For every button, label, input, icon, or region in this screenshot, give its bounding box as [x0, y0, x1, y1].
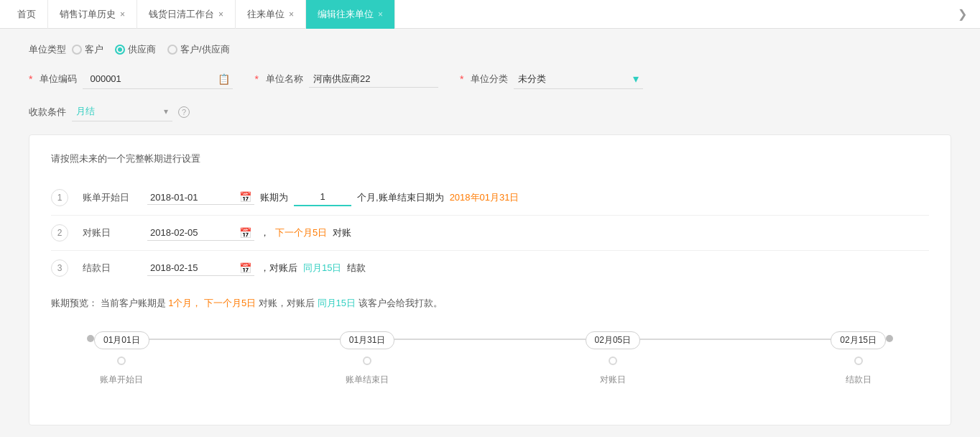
unit-name-star: * [254, 73, 258, 85]
unit-type-field: 单位类型 客户 供应商 客户/供应商 [29, 43, 230, 56]
step3-highlight: 同月15日 [303, 262, 341, 275]
preview-section: 账期预览： 当前客户账期是 1个月， 下一个月5日 对账，对账后 同月15日 该… [51, 285, 929, 324]
step1-period-input[interactable] [294, 188, 351, 206]
unit-code-icon[interactable]: 📋 [218, 73, 230, 85]
step-num-1: 1 [51, 189, 68, 206]
unit-category-arrow: ▾ [633, 72, 639, 86]
unit-type-radio-group: 客户 供应商 客户/供应商 [72, 43, 230, 56]
radio-supplier-circle [115, 45, 125, 55]
preview-text3: 对账，对账后 [259, 298, 315, 308]
tab-home-label: 首页 [17, 8, 36, 21]
timeline-label-1: 账单开始日 [100, 374, 143, 386]
tab-edit-partner[interactable]: 编辑往来单位 × [306, 0, 395, 29]
step2-prefix: ， [260, 226, 269, 239]
payment-terms-row: 收款条件 月结 ▾ ? [29, 102, 951, 121]
unit-category-value: 未分类 [518, 73, 630, 86]
step-content-1: 📅 账期为 个月,账单结束日期为 2018年01月31日 [147, 188, 929, 206]
preview-highlight2: 同月15日 [318, 298, 356, 308]
tab-cash-clearing-close[interactable]: × [218, 9, 223, 19]
step-label-2: 对账日 [83, 226, 133, 239]
step3-calendar-icon[interactable]: 📅 [239, 262, 251, 274]
unit-category-field: * 单位分类 未分类 ▾ [460, 69, 643, 89]
timeline-dot-4 [854, 356, 863, 365]
tabs-bar: 首页 销售订单历史 × 钱货日清工作台 × 往来单位 × 编辑往来单位 × ❯ [0, 0, 980, 29]
timeline-pill-1: 01月01日 [94, 331, 149, 349]
radio-supplier-label: 供应商 [128, 43, 156, 56]
step-num-3: 3 [51, 259, 68, 277]
payment-terms-value: 月结 [76, 105, 161, 118]
unit-category-label: 单位分类 [471, 73, 508, 86]
main-content: 单位类型 客户 供应商 客户/供应商 * 单位编码 [0, 29, 980, 437]
tab-sales-history[interactable]: 销售订单历史 × [48, 0, 137, 29]
radio-customer-circle [72, 45, 82, 55]
timeline-dot-2 [363, 356, 371, 365]
step2-suffix: 对账 [333, 226, 351, 239]
tab-sales-history-close[interactable]: × [120, 9, 125, 19]
step2-calendar-icon[interactable]: 📅 [239, 227, 251, 239]
payment-terms-arrow: ▾ [164, 106, 168, 116]
timeline: 01月01日 账单开始日 01月31日 账单结束日 02月05日 对账日 [51, 324, 929, 408]
step3-suffix: 结款 [347, 262, 366, 275]
step1-calendar-icon[interactable]: 📅 [239, 191, 251, 203]
unit-category-select[interactable]: 未分类 ▾ [514, 69, 643, 89]
timeline-pill-2: 01月31日 [340, 331, 395, 349]
unit-name-input[interactable] [309, 70, 438, 88]
step3-date-wrap: 📅 [147, 261, 254, 276]
unit-code-field: * 单位编码 📋 [29, 69, 233, 89]
timeline-nodes: 01月01日 账单开始日 01月31日 账单结束日 02月05日 对账日 [51, 331, 929, 386]
preview-label: 账期预览： [51, 298, 98, 308]
tab-cash-clearing-label: 钱货日清工作台 [149, 8, 214, 21]
step2-date-input[interactable] [150, 227, 236, 238]
payment-terms-help-icon[interactable]: ? [178, 106, 190, 118]
tab-edit-partner-label: 编辑往来单位 [318, 8, 374, 21]
unit-info-row: * 单位编码 📋 * 单位名称 * 单位分类 未分类 ▾ [29, 69, 951, 89]
radio-both-circle [167, 45, 177, 55]
step-row-2: 2 对账日 📅 ， 下一个月5日 对账 [51, 216, 929, 251]
timeline-pill-4: 02月15日 [831, 331, 886, 349]
timeline-label-4: 结款日 [846, 374, 872, 386]
timeline-label-2: 账单结束日 [346, 374, 389, 386]
timeline-node-3: 02月05日 对账日 [586, 331, 641, 386]
step-content-3: 📅 ，对账后 同月15日 结款 [147, 261, 929, 276]
step-label-1: 账单开始日 [83, 191, 133, 204]
tabs-expand-button[interactable]: ❯ [951, 7, 974, 21]
step-row-1: 1 账单开始日 📅 账期为 个月,账单结束日期为 2018年01月31日 [51, 180, 929, 216]
step3-comma: ，对账后 [260, 262, 297, 275]
timeline-node-1: 01月01日 账单开始日 [94, 331, 149, 386]
step1-date-input[interactable] [150, 192, 236, 203]
tab-partner-unit-close[interactable]: × [289, 9, 294, 19]
step2-date-wrap: 📅 [147, 226, 254, 241]
timeline-node-2: 01月31日 账单结束日 [340, 331, 395, 386]
radio-supplier[interactable]: 供应商 [115, 43, 156, 56]
timeline-label-3: 对账日 [600, 374, 626, 386]
step-row-3: 3 结款日 📅 ，对账后 同月15日 结款 [51, 251, 929, 285]
unit-type-row: 单位类型 客户 供应商 客户/供应商 [29, 43, 951, 56]
step-content-2: 📅 ， 下一个月5日 对账 [147, 226, 929, 241]
tab-sales-history-label: 销售订单历史 [60, 8, 116, 21]
timeline-node-4: 02月15日 结款日 [831, 331, 886, 386]
unit-code-input[interactable] [85, 70, 215, 87]
payment-terms-select[interactable]: 月结 ▾ [72, 102, 172, 121]
steps-table: 1 账单开始日 📅 账期为 个月,账单结束日期为 2018年01月31日 2 对… [51, 180, 929, 285]
step-label-3: 结款日 [83, 262, 133, 275]
card-title: 请按照未来的一个完整帐期进行设置 [51, 152, 929, 165]
preview-highlight1: 1个月， [168, 298, 201, 308]
payment-terms-label: 收款条件 [29, 106, 66, 119]
unit-name-field: * 单位名称 [254, 70, 438, 88]
timeline-dot-1 [117, 356, 126, 365]
timeline-dot-3 [609, 356, 617, 365]
tab-partner-unit-label: 往来单位 [247, 8, 285, 21]
unit-category-star: * [460, 73, 463, 85]
timeline-pill-3: 02月05日 [586, 331, 641, 349]
step3-date-input[interactable] [150, 262, 236, 273]
tab-partner-unit[interactable]: 往来单位 × [236, 0, 306, 29]
tab-edit-partner-close[interactable]: × [378, 9, 383, 19]
step1-date-wrap: 📅 [147, 190, 254, 205]
unit-code-star: * [29, 73, 32, 85]
tab-cash-clearing[interactable]: 钱货日清工作台 × [137, 0, 236, 29]
radio-customer[interactable]: 客户 [72, 43, 103, 56]
tab-home[interactable]: 首页 [6, 0, 48, 29]
radio-both[interactable]: 客户/供应商 [167, 43, 230, 56]
preview-text2: 下一个月5日 [204, 298, 256, 308]
unit-type-label: 单位类型 [29, 43, 66, 56]
